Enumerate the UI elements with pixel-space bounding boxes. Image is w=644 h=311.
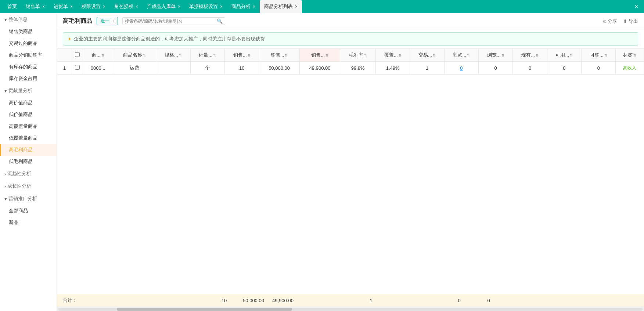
close-tab-sales-order[interactable]: × <box>42 4 45 9</box>
col-views1[interactable]: 浏览...⇅ <box>444 49 478 62</box>
col-views2[interactable]: 浏览...⇅ <box>479 49 513 62</box>
tab-product-analysis[interactable]: 商品分析 × <box>227 0 260 13</box>
sidebar-group-marketing[interactable]: ▾ 营销推广分析 <box>0 192 57 205</box>
row-checkbox[interactable] <box>75 65 80 70</box>
sidebar-item-low-coverage[interactable]: 低覆盖量商品 <box>0 132 57 144</box>
scrollbar-thumb[interactable] <box>117 308 292 311</box>
cell-sale-qty: 10 <box>224 62 259 75</box>
cell-views1[interactable]: 0 <box>444 62 478 75</box>
close-tab-product-warehouse[interactable]: × <box>178 4 180 9</box>
page-title: 高毛利商品 <box>63 17 92 25</box>
sidebar-group-trend[interactable]: › 流趋性分析 <box>0 167 57 180</box>
close-tab-analysis-list[interactable]: × <box>295 4 298 9</box>
data-table: 商...⇅ 商品名称⇅ 规格...⇅ 计量...⇅ 销售...⇅ <box>57 48 644 75</box>
share-icon: ⎋ <box>603 18 606 24</box>
sidebar: ▾ 整体信息 销售类商品 交易过的商品 商品分销助销率 有库存的商品 库存资金占… <box>0 13 57 311</box>
col-current-stock[interactable]: 现有...⇅ <box>513 49 547 62</box>
search-icon[interactable]: 🔍 <box>217 18 223 24</box>
footer-sale-qty: 10 <box>209 298 239 303</box>
sidebar-item-traded-goods[interactable]: 交易过的商品 <box>0 37 57 49</box>
close-tab-purchase[interactable]: × <box>70 4 73 9</box>
col-gross-rate[interactable]: 毛利率⇅ <box>340 49 376 62</box>
close-tab-permission[interactable]: × <box>103 4 105 9</box>
cell-code: 0000... <box>83 62 113 75</box>
footer-available-stock: 0 <box>474 298 503 303</box>
sidebar-item-distribution-rate[interactable]: 商品分销助销率 <box>0 49 57 61</box>
col-checkbox[interactable] <box>72 49 83 62</box>
cell-coverage: 1.49% <box>376 62 410 75</box>
col-coverage[interactable]: 覆盖...⇅ <box>376 49 410 62</box>
arrow-down-icon: ▾ <box>4 17 7 22</box>
close-tab-analysis[interactable]: × <box>253 4 255 9</box>
sidebar-item-high-coverage[interactable]: 高覆盖量商品 <box>0 120 57 132</box>
info-banner: ✦ 企业的主要的利润都是这部分商品创造的，可考虑加大推广，同时关注库存是不要出现… <box>63 32 638 46</box>
search-input[interactable] <box>125 19 215 24</box>
main-layout: ▾ 整体信息 销售类商品 交易过的商品 商品分销助销率 有库存的商品 库存资金占… <box>0 13 644 311</box>
sidebar-group-overall[interactable]: ▾ 整体信息 <box>0 13 57 26</box>
col-unit[interactable]: 计量...⇅ <box>190 49 224 62</box>
close-tab-template[interactable]: × <box>220 4 223 9</box>
cell-tag: 高收入 <box>616 62 644 75</box>
table-row: 1 0000... 运费 个 10 50,000.00 49,900.00 99… <box>57 62 644 75</box>
col-saleable-stock[interactable]: 可销...⇅ <box>582 49 616 62</box>
scrollbar-track[interactable] <box>58 308 643 311</box>
arrow-right-icon: › <box>4 171 6 177</box>
tab-role-auth[interactable]: 角色授权 × <box>110 0 143 13</box>
sidebar-collapse-button[interactable]: 《 <box>109 18 116 25</box>
footer-views2 <box>415 298 445 303</box>
col-code[interactable]: 商...⇅ <box>83 49 113 62</box>
sidebar-item-stock-capital[interactable]: 库存资金占用 <box>0 73 57 84</box>
col-sale-amount[interactable]: 销售...⇅ <box>259 49 300 62</box>
sidebar-group-growth[interactable]: › 成长性分析 <box>0 180 57 192</box>
cell-transaction: 1 <box>410 62 444 75</box>
tab-permission-settings[interactable]: 权限设置 × <box>77 0 110 13</box>
arrow-right-icon-2: › <box>4 184 6 189</box>
tab-product-warehouse[interactable]: 产成品入库单 × <box>143 0 185 13</box>
close-tab-role[interactable]: × <box>136 4 138 9</box>
sidebar-item-all-goods[interactable]: 全部商品 <box>0 205 57 217</box>
col-spec[interactable]: 规格...⇅ <box>156 49 190 62</box>
export-icon: ⬆ <box>623 18 627 24</box>
top-nav: 首页 销售单 × 进货单 × 权限设置 × 角色授权 × 产成品入库单 × 单据… <box>0 0 644 13</box>
cell-sale-amount: 50,000.00 <box>259 62 300 75</box>
tab-home[interactable]: 首页 <box>3 0 21 13</box>
cell-views2: 0 <box>479 62 513 75</box>
footer-label: 合计： <box>63 297 77 304</box>
sidebar-item-low-margin[interactable]: 低毛利商品 <box>0 156 57 167</box>
col-tag[interactable]: 标签⇅ <box>616 49 644 62</box>
select-all-checkbox[interactable] <box>75 52 80 57</box>
arrow-down-icon-2: ▾ <box>4 88 7 94</box>
table-footer: 合计： 10 50,000.00 49,900.00 1 0 0 <box>57 294 644 307</box>
cell-checkbox[interactable] <box>72 62 83 75</box>
footer-gross-rate <box>298 298 327 303</box>
tab-sales-order[interactable]: 销售单 × <box>21 0 49 13</box>
footer-sale-profit: 49,900.00 <box>268 298 298 303</box>
sidebar-item-high-margin[interactable]: 高毛利商品 <box>0 144 57 156</box>
sidebar-item-in-stock-goods[interactable]: 有库存的商品 <box>0 61 57 73</box>
footer-sale-amount: 50,000.00 <box>239 298 268 303</box>
horizontal-scrollbar[interactable] <box>57 307 644 311</box>
info-icon: ✦ <box>68 36 72 42</box>
col-sale-profit[interactable]: 销售...⇅ <box>299 49 340 62</box>
arrow-down-icon-3: ▾ <box>4 196 7 202</box>
sidebar-item-sales-goods[interactable]: 销售类商品 <box>0 26 57 37</box>
col-sale-qty[interactable]: 销售...⇅ <box>224 49 259 62</box>
tab-product-analysis-list[interactable]: 商品分析列表 × <box>260 0 302 13</box>
col-transaction[interactable]: 交易...⇅ <box>410 49 444 62</box>
sidebar-item-high-value[interactable]: 高价值商品 <box>0 97 57 109</box>
col-name[interactable]: 商品名称⇅ <box>113 49 156 62</box>
cell-current-stock: 0 <box>513 62 547 75</box>
sidebar-group-contribution[interactable]: ▾ 贡献量分析 <box>0 84 57 97</box>
export-button[interactable]: ⬆ 导出 <box>623 18 638 25</box>
cell-unit: 个 <box>190 62 224 75</box>
data-table-wrapper[interactable]: 商...⇅ 商品名称⇅ 规格...⇅ 计量...⇅ 销售...⇅ <box>57 48 644 294</box>
close-all-tabs[interactable]: × <box>632 3 641 10</box>
tab-purchase-order[interactable]: 进货单 × <box>49 0 77 13</box>
col-index <box>57 49 72 62</box>
sidebar-item-new-goods[interactable]: 新品 <box>0 217 57 228</box>
sidebar-item-low-value[interactable]: 低价值商品 <box>0 109 57 120</box>
col-available-stock[interactable]: 可用...⇅ <box>547 49 581 62</box>
share-button[interactable]: ⎋ 分享 <box>603 18 617 25</box>
cell-saleable-stock: 0 <box>582 62 616 75</box>
tab-template-settings[interactable]: 单据模板设置 × <box>185 0 227 13</box>
